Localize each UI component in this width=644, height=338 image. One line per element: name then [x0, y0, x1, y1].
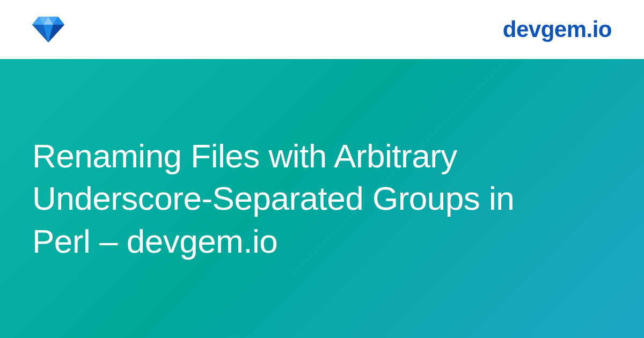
brand-text[interactable]: devgem.io — [503, 17, 612, 42]
site-logo[interactable] — [32, 17, 64, 42]
hero-panel: Renaming Files with Arbitrary Underscore… — [0, 59, 644, 338]
page-title: Renaming Files with Arbitrary Underscore… — [32, 135, 526, 262]
header-bar: devgem.io — [0, 0, 644, 59]
gem-icon — [32, 17, 64, 42]
